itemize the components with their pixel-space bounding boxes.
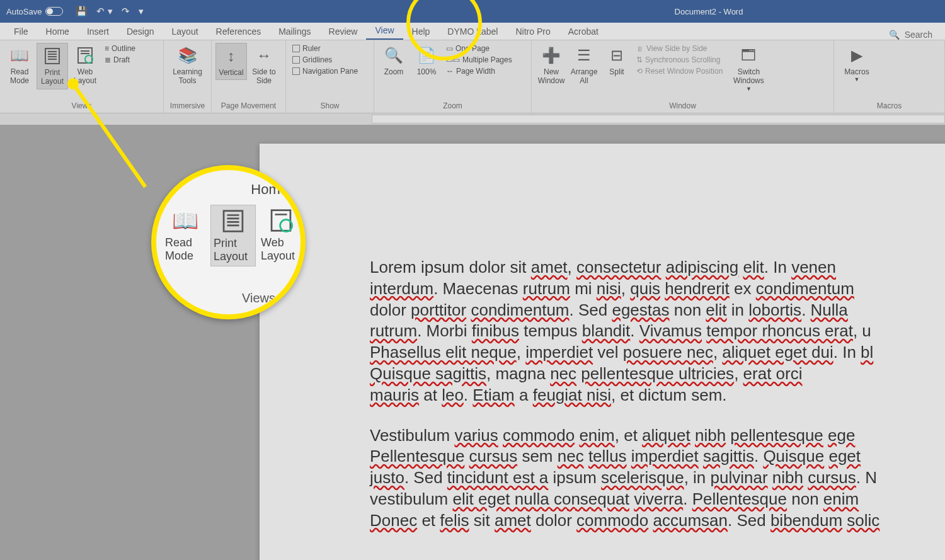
tab-acrobat[interactable]: Acrobat bbox=[559, 23, 607, 40]
autosave-label: AutoSave bbox=[6, 7, 42, 16]
ribbon-view: 📖 Read Mode Print Layout Web Layout ≡Out… bbox=[0, 40, 945, 113]
tab-insert[interactable]: Insert bbox=[78, 23, 118, 40]
book-icon: 📖 bbox=[172, 207, 198, 234]
draft-icon: ≣ bbox=[105, 55, 111, 64]
tab-file[interactable]: File bbox=[5, 23, 37, 40]
tab-home[interactable]: Home bbox=[37, 23, 78, 40]
group-immersive-label: Immersive bbox=[168, 101, 207, 111]
read-mode-label: Read Mode bbox=[5, 67, 34, 86]
outline-button[interactable]: ≡Outline bbox=[105, 44, 135, 53]
zoom-web-layout: Web Layout bbox=[258, 205, 304, 266]
zoom-read-mode: 📖 Read Mode bbox=[163, 205, 208, 266]
search-icon: 🔍 bbox=[889, 30, 900, 40]
print-layout-button[interactable]: Print Layout bbox=[37, 43, 68, 89]
window-title: Document2 - Word bbox=[675, 7, 743, 16]
search-label: Search bbox=[905, 30, 932, 40]
chevron-down-icon: ▼ bbox=[746, 86, 752, 93]
outline-icon: ≡ bbox=[105, 44, 109, 53]
tab-references[interactable]: References bbox=[207, 23, 270, 40]
arrange-icon: ☰ bbox=[574, 45, 594, 66]
page[interactable]: Lorem ipsum dolor sit amet, consectetur … bbox=[260, 144, 945, 560]
checkbox-icon bbox=[292, 56, 300, 64]
group-views-label: Views bbox=[4, 101, 159, 111]
reset-pos-button: ⟲Reset Window Position bbox=[636, 67, 723, 76]
ruler-checkbox[interactable]: Ruler bbox=[292, 44, 358, 53]
draft-button[interactable]: ≣Draft bbox=[105, 55, 135, 64]
tab-design[interactable]: Design bbox=[118, 23, 163, 40]
highlight-zoom-circle: Home 📖 Read Mode Print Layout Web Layout… bbox=[151, 165, 306, 319]
read-mode-button[interactable]: 📖 Read Mode bbox=[4, 43, 35, 88]
group-zoom-label: Zoom bbox=[378, 101, 527, 111]
autosave-toggle[interactable]: AutoSave bbox=[6, 7, 63, 16]
group-window: ➕New Window ☰Arrange All ⊟Split ⫼View Si… bbox=[532, 40, 834, 113]
new-window-button[interactable]: ➕New Window bbox=[536, 43, 567, 88]
group-macros: ▶Macros▼ Macros bbox=[834, 40, 945, 113]
group-macros-label: Macros bbox=[838, 101, 941, 111]
sync-scroll-button: ⇅Synchronous Scrolling bbox=[636, 55, 723, 64]
print-layout-label: Print Layout bbox=[38, 68, 66, 86]
gridlines-checkbox[interactable]: Gridlines bbox=[292, 55, 358, 64]
redo-icon[interactable]: ↷ bbox=[122, 6, 130, 17]
chevron-down-icon: ▼ bbox=[854, 76, 860, 83]
qat-dropdown-icon[interactable]: ▾ bbox=[139, 6, 144, 17]
navpane-checkbox[interactable]: Navigation Pane bbox=[292, 67, 358, 76]
globe-page-icon bbox=[268, 207, 294, 234]
switch-windows-button[interactable]: 🗔Switch Windows▼ bbox=[726, 43, 770, 95]
toggle-icon bbox=[45, 7, 63, 16]
group-page-movement: ↕ Vertical ↔ Side to Side Page Movement bbox=[212, 40, 286, 113]
page-width-icon: ↔ bbox=[446, 67, 454, 76]
macros-icon: ▶ bbox=[847, 45, 867, 66]
book-speaker-icon: 📚 bbox=[178, 45, 198, 66]
sync-icon: ⇅ bbox=[636, 55, 643, 64]
paragraph[interactable]: Lorem ipsum dolor sit amet, consectetur … bbox=[370, 257, 945, 406]
tab-layout[interactable]: Layout bbox=[163, 23, 207, 40]
tab-review[interactable]: Review bbox=[320, 23, 367, 40]
globe-page-icon bbox=[75, 45, 95, 66]
zoom-print-layout: Print Layout bbox=[210, 205, 256, 266]
group-window-label: Window bbox=[536, 101, 830, 111]
group-show-label: Show bbox=[290, 101, 370, 111]
document-area[interactable]: Lorem ipsum dolor sit amet, consectetur … bbox=[0, 125, 945, 560]
group-show: Ruler Gridlines Navigation Pane Show bbox=[286, 40, 374, 113]
book-icon: 📖 bbox=[9, 45, 30, 66]
checkbox-icon bbox=[292, 45, 300, 52]
side-to-side-button[interactable]: ↔ Side to Side bbox=[248, 43, 280, 88]
group-immersive: 📚 Learning Tools Immersive bbox=[164, 40, 212, 113]
horizontal-ruler bbox=[0, 113, 945, 125]
switch-icon: 🗔 bbox=[738, 45, 759, 66]
zoom-button[interactable]: 🔍Zoom bbox=[378, 43, 410, 79]
page-width-button[interactable]: ↔Page Width bbox=[446, 67, 512, 76]
magnifier-icon: 🔍 bbox=[384, 45, 404, 66]
split-icon: ⊟ bbox=[607, 45, 627, 66]
macros-button[interactable]: ▶Macros▼ bbox=[838, 43, 876, 86]
split-button[interactable]: ⊟Split bbox=[601, 43, 633, 79]
vertical-icon: ↕ bbox=[221, 46, 241, 66]
save-icon[interactable]: 💾 bbox=[76, 6, 88, 17]
quick-access-toolbar: 💾 ↶ ▾ ↷ ▾ bbox=[76, 6, 143, 17]
side-icon: ↔ bbox=[254, 45, 274, 66]
group-pm-label: Page Movement bbox=[215, 101, 282, 111]
new-window-icon: ➕ bbox=[541, 45, 561, 66]
undo-icon[interactable]: ↶ ▾ bbox=[96, 6, 112, 17]
checkbox-icon bbox=[292, 67, 300, 75]
views-small: ≡Outline ≣Draft bbox=[102, 43, 138, 66]
zoom-views-label: Views bbox=[242, 291, 275, 306]
learning-tools-button[interactable]: 📚 Learning Tools bbox=[168, 43, 207, 88]
search-box[interactable]: 🔍 Search bbox=[889, 30, 945, 40]
tab-nitro[interactable]: Nitro Pro bbox=[507, 23, 559, 40]
vertical-button[interactable]: ↕ Vertical bbox=[215, 43, 247, 80]
paragraph[interactable]: Vestibulum varius commodo enim, et aliqu… bbox=[370, 425, 945, 532]
tab-view[interactable]: View bbox=[366, 22, 403, 40]
sbs-icon: ⫼ bbox=[636, 44, 644, 53]
tab-mailings[interactable]: Mailings bbox=[270, 23, 319, 40]
page-icon bbox=[220, 208, 246, 234]
arrange-all-button[interactable]: ☰Arrange All bbox=[568, 43, 600, 88]
side-by-side-button[interactable]: ⫼View Side by Side bbox=[636, 44, 723, 53]
page-icon bbox=[42, 46, 62, 66]
reset-icon: ⟲ bbox=[636, 67, 643, 76]
group-views: 📖 Read Mode Print Layout Web Layout ≡Out… bbox=[0, 40, 164, 113]
